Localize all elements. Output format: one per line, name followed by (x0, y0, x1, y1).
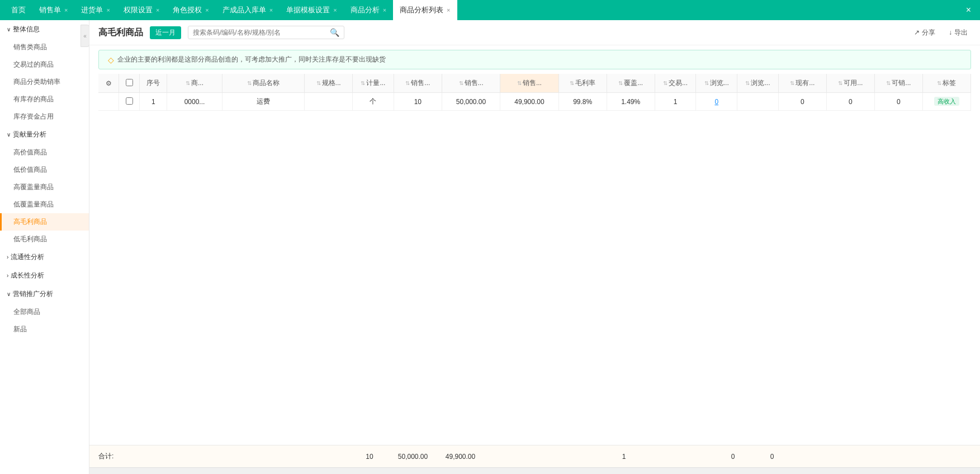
sidebar-group-contribution-label: 贡献量分析 (13, 130, 46, 139)
nav-item-permissions[interactable]: 权限设置 × (117, 0, 166, 20)
row-coverage: 1.49% (607, 93, 655, 111)
sidebar-group-overall-header[interactable]: ∨ 整体信息 (0, 20, 89, 39)
th-name-label: 商品名称 (253, 78, 280, 88)
tag-badge: 高收入 (934, 97, 959, 106)
th-browse2[interactable]: ⇅ 浏览... (737, 74, 779, 93)
th-coverage[interactable]: ⇅ 覆盖... (607, 74, 655, 93)
nav-close-products[interactable]: × (269, 7, 273, 13)
th-trade[interactable]: ⇅ 交易... (655, 74, 696, 93)
row-sales-amount: 50,000.00 (442, 93, 500, 111)
th-spec[interactable]: ⇅ 规格... (305, 74, 353, 93)
sidebar-item-traded-goods[interactable]: 交易过的商品 (0, 56, 89, 73)
export-label: 导出 (954, 28, 968, 37)
horizontal-scrollbar[interactable] (89, 467, 980, 474)
th-tag[interactable]: ⇅ 标签 (922, 74, 970, 93)
th-sales-cost[interactable]: ⇅ 销售... (500, 74, 558, 93)
sidebar-item-low-margin[interactable]: 低毛利商品 (0, 231, 89, 248)
nav-close-analysis[interactable]: × (383, 7, 386, 13)
nav-close-templates[interactable]: × (333, 7, 337, 13)
sidebar-item-stock-goods[interactable]: 有库存的商品 (0, 91, 89, 108)
content-area: 高毛利商品 近一月 🔍 ↗ 分享 ↓ 导出 ◇ 企业的主要的利润都是这部分商品创… (89, 20, 980, 474)
nav-close-analysis-list[interactable]: × (447, 7, 450, 13)
info-icon: ◇ (108, 55, 114, 64)
row-spec (305, 93, 353, 111)
sidebar-item-stock-capital[interactable]: 库存资金占用 (0, 108, 89, 125)
sidebar-item-new-goods[interactable]: 新品 (0, 321, 89, 338)
th-current-stock-sort-icon: ⇅ (790, 80, 794, 86)
th-sales-qty[interactable]: ⇅ 销售... (394, 74, 442, 93)
share-button[interactable]: ↗ 分享 (911, 26, 939, 39)
sidebar-group-flow-header[interactable]: › 流通性分析 (0, 248, 89, 266)
table-row: 1 0000... 运费 个 10 50,000.00 49,900.00 99… (98, 93, 971, 111)
nav-item-analysis[interactable]: 商品分析 × (344, 0, 393, 20)
export-button[interactable]: ↓ 导出 (945, 26, 971, 39)
sidebar-item-low-value[interactable]: 低价值商品 (0, 161, 89, 179)
period-button[interactable]: 近一月 (150, 26, 181, 39)
footer-sales-cost: 49,900.00 (437, 453, 484, 461)
search-input[interactable] (193, 29, 330, 36)
th-settings[interactable]: ⚙ (98, 74, 119, 93)
row-browse1[interactable]: 0 (696, 93, 737, 111)
th-available-stock-sort-icon: ⇅ (838, 80, 842, 86)
sidebar-group-overall-label: 整体信息 (13, 25, 40, 34)
row-checkbox[interactable] (119, 93, 140, 111)
sidebar-item-low-coverage[interactable]: 低覆盖量商品 (0, 196, 89, 213)
nav-item-sales[interactable]: 销售单 × (32, 0, 74, 20)
sidebar-group-growth: › 成长性分析 (0, 266, 89, 285)
th-browse1[interactable]: ⇅ 浏览... (696, 74, 737, 93)
th-coverage-label: 覆盖... (624, 78, 643, 88)
th-sales-qty-label: 销售... (411, 78, 430, 88)
sidebar-group-growth-header[interactable]: › 成长性分析 (0, 266, 89, 285)
th-tag-sort-icon: ⇅ (937, 80, 941, 86)
th-name[interactable]: ⇅ 商品名称 (222, 74, 304, 93)
sidebar-group-marketing-header[interactable]: ∨ 营销推广分析 (0, 285, 89, 303)
marketing-expand-icon: ∨ (7, 291, 11, 297)
nav-close-permissions[interactable]: × (156, 7, 159, 13)
search-icon[interactable]: 🔍 (330, 28, 339, 37)
sidebar-item-high-margin[interactable]: 高毛利商品 (0, 213, 89, 231)
sidebar-toggle[interactable]: « (81, 25, 89, 47)
th-current-stock[interactable]: ⇅ 现有... (778, 74, 826, 93)
nav-close-roles[interactable]: × (205, 7, 209, 13)
sidebar-item-high-margin-label: 高毛利商品 (13, 218, 47, 226)
window-close-icon[interactable]: × (962, 5, 976, 15)
top-navigation: 首页 销售单 × 进货单 × 权限设置 × 角色授权 × 产成品入库单 × 单据… (0, 0, 980, 20)
sidebar: « ∨ 整体信息 销售类商品 交易过的商品 商品分类助销率 有库存的商品 库存资… (0, 20, 89, 474)
nav-item-analysis-list[interactable]: 商品分析列表 × (393, 0, 457, 20)
sidebar-group-contribution-header[interactable]: ∨ 贡献量分析 (0, 125, 89, 144)
nav-item-home[interactable]: 首页 (4, 0, 32, 20)
main-layout: « ∨ 整体信息 销售类商品 交易过的商品 商品分类助销率 有库存的商品 库存资… (0, 20, 980, 474)
header-actions: ↗ 分享 ↓ 导出 (911, 26, 971, 39)
th-checkbox[interactable] (119, 74, 140, 93)
sidebar-item-category-rate[interactable]: 商品分类助销率 (0, 73, 89, 91)
sidebar-item-stock-capital-label: 库存资金占用 (13, 112, 54, 120)
th-gross-rate[interactable]: ⇅ 毛利率 (558, 74, 607, 93)
nav-label-permissions: 权限设置 (124, 5, 153, 15)
overall-expand-icon: ∨ (7, 26, 11, 32)
nav-close-purchase[interactable]: × (106, 7, 110, 13)
flow-expand-icon: › (7, 254, 8, 260)
th-available-stock[interactable]: ⇅ 可用... (826, 74, 874, 93)
select-all-checkbox[interactable] (126, 79, 133, 86)
th-code[interactable]: ⇅ 商... (167, 74, 222, 93)
th-spec-label: 规格... (322, 78, 341, 88)
sidebar-item-high-value[interactable]: 高价值商品 (0, 144, 89, 161)
sidebar-item-all-goods[interactable]: 全部商品 (0, 303, 89, 321)
row-trade: 1 (655, 93, 696, 111)
nav-close-sales[interactable]: × (64, 7, 68, 13)
row-available-stock: 0 (826, 93, 874, 111)
th-unit[interactable]: ⇅ 计量... (353, 74, 394, 93)
page-title: 高毛利商品 (98, 27, 143, 39)
nav-item-roles[interactable]: 角色授权 × (166, 0, 215, 20)
row-select-checkbox[interactable] (126, 97, 133, 105)
th-browse2-label: 浏览... (751, 78, 770, 88)
th-sales-amount[interactable]: ⇅ 销售... (442, 74, 500, 93)
content-header: 高毛利商品 近一月 🔍 ↗ 分享 ↓ 导出 (89, 20, 980, 45)
nav-item-templates[interactable]: 单据模板设置 × (280, 0, 343, 20)
row-sales-cost: 49,900.00 (500, 93, 558, 111)
th-saleable[interactable]: ⇅ 可销... (874, 74, 922, 93)
nav-item-purchase[interactable]: 进货单 × (74, 0, 116, 20)
sidebar-item-high-coverage[interactable]: 高覆盖量商品 (0, 179, 89, 196)
sidebar-item-sales-goods[interactable]: 销售类商品 (0, 39, 89, 56)
nav-item-products[interactable]: 产成品入库单 × (216, 0, 280, 20)
